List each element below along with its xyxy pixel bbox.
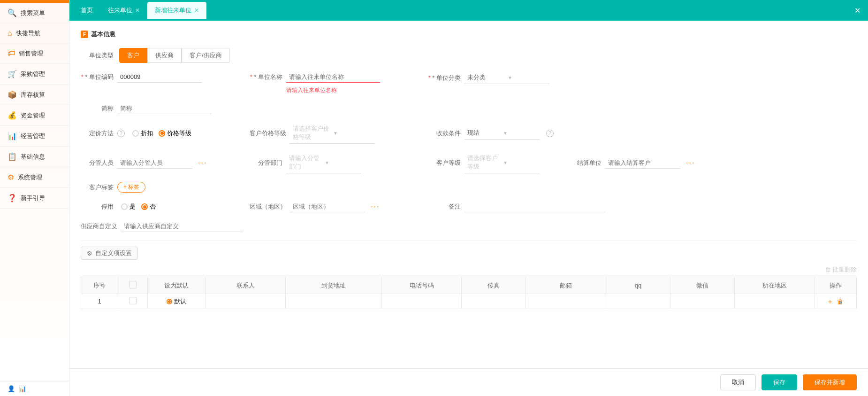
custom-settings-button[interactable]: ⚙ 自定义项设置 <box>81 247 138 260</box>
cell-contact[interactable] <box>206 294 286 309</box>
select-all-checkbox[interactable] <box>129 281 137 288</box>
user-icon[interactable]: 👤 <box>8 385 15 392</box>
settlement-label: 结算单位 <box>569 159 602 167</box>
customer-price-select[interactable]: 请选择客户价格等级 ▼ <box>290 123 374 144</box>
sidebar-item-newbie[interactable]: ❓ 新手引导 <box>0 188 69 209</box>
sidebar-item-purchase[interactable]: 🛒 采购管理 <box>0 64 69 85</box>
category-select[interactable]: 未分类 ▼ <box>464 71 549 84</box>
settlement-input[interactable] <box>605 157 680 169</box>
sidebar-item-label: 快捷导航 <box>16 29 40 38</box>
custom-settings-label: 自定义项设置 <box>95 249 132 257</box>
sidebar-item-operation[interactable]: 📊 经营管理 <box>0 126 69 147</box>
supplier-custom-field: 供应商自定义 <box>81 221 857 232</box>
supplier-custom-row: 供应商自定义 <box>81 221 857 232</box>
disabled-no[interactable]: 否 <box>141 202 156 211</box>
chart-icon[interactable]: 📊 <box>19 385 26 392</box>
col-address: 到货地址 <box>286 277 382 294</box>
region-input[interactable] <box>290 201 365 212</box>
col-region: 所在地区 <box>734 277 815 294</box>
sidebar-item-sales[interactable]: 🏷 销售管理 <box>0 44 69 64</box>
cell-phone[interactable] <box>381 294 462 309</box>
phone-input[interactable] <box>403 298 441 305</box>
pricing-label: 定价方法 <box>81 129 114 138</box>
level-radio-dot <box>160 132 164 135</box>
type-btn-customer[interactable]: 客户 <box>119 48 147 63</box>
fax-input[interactable] <box>480 298 508 305</box>
save-new-button[interactable]: 保存并新增 <box>803 374 857 390</box>
manager-more-icon[interactable]: ··· <box>198 159 207 167</box>
cell-wechat[interactable] <box>670 294 735 309</box>
cell-email[interactable] <box>526 294 606 309</box>
pricing-help-icon[interactable]: ? <box>117 130 125 137</box>
cell-address[interactable] <box>286 294 382 309</box>
wechat-input[interactable] <box>688 298 716 305</box>
cell-fax[interactable] <box>462 294 526 309</box>
region-label: 区域（地区） <box>250 202 286 211</box>
tab-partners[interactable]: 往来单位 ✕ <box>100 2 147 19</box>
cell-region[interactable] <box>734 294 815 309</box>
disabled-radio-group: 是 否 <box>121 202 156 211</box>
level-radio <box>159 130 165 137</box>
customer-level-select[interactable]: 请选择客户等级 ▼ <box>464 152 540 173</box>
code-label: * 单位编码 <box>81 73 114 81</box>
sidebar-item-quicknav[interactable]: ⌂ 快捷导航 <box>0 23 69 44</box>
sidebar-item-inventory[interactable]: 📦 库存核算 <box>0 85 69 105</box>
tab-new-partner-close[interactable]: ✕ <box>194 7 199 14</box>
purchase-icon: 🛒 <box>8 70 17 78</box>
type-btn-supplier[interactable]: 供应商 <box>147 48 182 63</box>
email-input[interactable] <box>547 298 585 305</box>
payment-select[interactable]: 现结 ▼ <box>464 127 540 140</box>
default-radio[interactable] <box>167 299 172 304</box>
save-button[interactable]: 保存 <box>761 374 797 390</box>
payment-help-icon[interactable]: ? <box>546 130 554 137</box>
sidebar-item-finance[interactable]: 💰 资金管理 <box>0 105 69 126</box>
row-checkbox[interactable] <box>129 297 137 304</box>
tags-field: 客户标签 + 标签 <box>81 182 857 193</box>
col-phone: 电话号码 <box>381 277 462 294</box>
dept-arrow-icon: ▼ <box>325 160 358 165</box>
sidebar-item-basic[interactable]: 📋 基础信息 <box>0 147 69 167</box>
sidebar-item-search[interactable]: 🔍 搜索菜单 <box>0 3 69 23</box>
cell-qq[interactable] <box>606 294 670 309</box>
cancel-button[interactable]: 取消 <box>720 374 756 390</box>
sidebar-bottom: 👤 📊 <box>0 381 69 396</box>
dept-select[interactable]: 请输入分管部门 ▼ <box>286 152 361 173</box>
col-wechat: 微信 <box>670 277 735 294</box>
pricing-discount[interactable]: 折扣 <box>132 129 153 138</box>
no-radio-dot <box>143 205 146 209</box>
contact-input[interactable] <box>227 298 264 305</box>
pricing-level[interactable]: 价格等级 <box>159 129 191 138</box>
name-field: * 单位名称 请输入往来单位名称 <box>240 71 419 94</box>
settlement-field: 结算单位 ··· <box>559 157 695 169</box>
name-label: * 单位名称 <box>250 73 282 81</box>
tab-new-partner[interactable]: 新增往来单位 ✕ <box>147 2 206 19</box>
remark-input[interactable] <box>464 201 605 212</box>
col-seq: 序号 <box>81 277 118 294</box>
address-input[interactable] <box>310 298 357 305</box>
qq-input[interactable] <box>624 298 652 305</box>
code-input[interactable] <box>117 71 202 83</box>
abbr-input[interactable] <box>117 103 211 114</box>
add-row-icon[interactable]: + <box>828 298 832 305</box>
supplier-custom-input[interactable] <box>121 221 243 232</box>
section-icon: F <box>81 31 88 38</box>
delete-row-icon[interactable]: 🗑 <box>837 298 843 305</box>
tab-partners-close[interactable]: ✕ <box>135 7 140 14</box>
disabled-yes[interactable]: 是 <box>121 202 136 211</box>
batch-delete-button[interactable]: 🗑 批量删除 <box>81 265 857 274</box>
name-input[interactable] <box>286 71 380 83</box>
region-cell-input[interactable] <box>756 298 793 305</box>
remark-label: 备注 <box>428 202 461 211</box>
region-more-icon[interactable]: ··· <box>371 202 380 211</box>
close-all-button[interactable]: ✕ <box>851 4 864 17</box>
col-default: 设为默认 <box>148 277 206 294</box>
settlement-more-icon[interactable]: ··· <box>686 159 695 167</box>
yes-radio <box>121 203 128 210</box>
sidebar-item-system[interactable]: ⚙ 系统管理 <box>0 167 69 188</box>
sidebar-item-label: 资金管理 <box>21 111 45 120</box>
batch-delete-icon: 🗑 <box>825 266 831 273</box>
manager-input[interactable] <box>117 157 192 169</box>
tab-home[interactable]: 首页 <box>73 2 100 19</box>
add-tag-button[interactable]: + 标签 <box>117 182 145 193</box>
type-btn-both[interactable]: 客户/供应商 <box>182 48 230 63</box>
